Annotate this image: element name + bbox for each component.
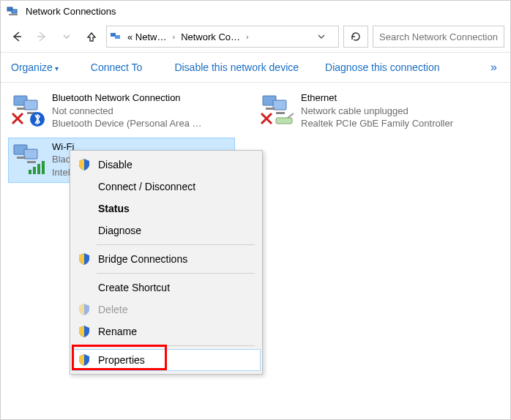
context-menu: Disable Connect / Disconnect Status Diag…	[70, 150, 263, 375]
shield-icon	[78, 159, 91, 170]
menu-item-label: Create Shortcut	[98, 282, 253, 293]
svg-rect-1	[12, 10, 17, 13]
toolbar-overflow-button[interactable]: »	[486, 61, 501, 74]
organize-button[interactable]: Organize▾	[10, 59, 60, 76]
svg-rect-5	[111, 33, 116, 37]
menu-separator	[97, 244, 255, 245]
menu-item-properties[interactable]: Properties	[72, 349, 261, 371]
connection-item-bluetooth[interactable]: Bluetooth Network Connection Not connect…	[8, 89, 235, 135]
menu-item-create-shortcut[interactable]: Create Shortcut	[72, 277, 261, 299]
svg-rect-22	[24, 149, 37, 159]
menu-item-bridge[interactable]: Bridge Connections	[72, 248, 261, 270]
content-area: Bluetooth Network Connection Not connect…	[1, 83, 510, 189]
svg-rect-8	[24, 100, 37, 110]
navbar: « Netw… › Network Co… ›	[1, 21, 510, 53]
chevron-down-icon: ▾	[55, 64, 59, 72]
menu-item-connect-disconnect[interactable]: Connect / Disconnect	[72, 176, 261, 198]
svg-rect-2	[9, 14, 18, 15]
svg-rect-24	[27, 161, 36, 163]
menu-item-label: Connect / Disconnect	[98, 181, 253, 192]
chevron-right-icon[interactable]: ›	[245, 32, 250, 41]
svg-rect-20	[276, 118, 292, 124]
svg-rect-26	[33, 167, 36, 174]
menu-item-diagnose[interactable]: Diagnose	[72, 220, 261, 241]
menu-item-label: Rename	[98, 326, 253, 337]
recent-locations-button[interactable]	[56, 26, 77, 47]
connect-to-button[interactable]: Connect To	[89, 59, 144, 76]
back-button[interactable]	[7, 26, 27, 47]
menu-item-label: Properties	[98, 354, 253, 366]
svg-rect-15	[273, 100, 286, 110]
menu-item-status[interactable]: Status	[72, 198, 261, 220]
app-icon	[7, 5, 20, 17]
shield-icon	[78, 304, 91, 315]
breadcrumb-seg-1[interactable]: « Netw…	[124, 31, 169, 42]
menu-separator	[97, 345, 255, 346]
menu-item-label: Bridge Connections	[98, 253, 253, 265]
chevron-right-icon[interactable]: ›	[171, 32, 176, 41]
disable-device-button[interactable]: Disable this network device	[173, 59, 300, 76]
svg-rect-17	[276, 112, 285, 114]
breadcrumb[interactable]: « Netw… › Network Co… ›	[106, 26, 339, 48]
svg-rect-27	[37, 164, 40, 174]
svg-rect-25	[29, 170, 31, 174]
menu-item-label: Delete	[98, 304, 253, 315]
connection-name: Bluetooth Network Connection	[52, 91, 202, 105]
connection-status: Network cable unplugged	[301, 105, 453, 118]
svg-rect-9	[17, 108, 26, 110]
connection-device: Realtek PCIe GbE Family Controller	[301, 117, 453, 130]
menu-separator	[97, 273, 255, 274]
shield-icon	[78, 326, 91, 337]
menu-item-disable[interactable]: Disable	[72, 154, 261, 176]
breadcrumb-icon	[110, 31, 123, 42]
search-input[interactable]	[373, 26, 504, 48]
up-button[interactable]	[81, 26, 102, 47]
window-title: Network Connections	[26, 6, 116, 17]
connection-status: Not connected	[52, 105, 202, 118]
menu-item-label: Diagnose	[98, 225, 253, 236]
menu-item-label: Disable	[98, 159, 253, 170]
wifi-connection-icon	[11, 140, 46, 176]
breadcrumb-dropdown-button[interactable]	[318, 33, 335, 40]
diagnose-connection-button[interactable]: Diagnose this connection	[324, 59, 441, 76]
connection-name: Ethernet	[301, 91, 453, 105]
menu-item-label: Status	[98, 203, 253, 214]
svg-rect-16	[266, 108, 275, 110]
connection-item-ethernet[interactable]: Ethernet Network cable unplugged Realtek…	[257, 89, 484, 135]
svg-rect-23	[17, 157, 26, 159]
breadcrumb-seg-2[interactable]: Network Co…	[178, 31, 243, 42]
menu-item-delete: Delete	[72, 299, 261, 320]
connection-device: Bluetooth Device (Personal Area …	[52, 117, 202, 130]
svg-rect-28	[42, 161, 45, 174]
forward-button[interactable]	[31, 26, 52, 47]
bluetooth-connection-icon	[11, 91, 46, 127]
organize-label: Organize	[11, 61, 53, 73]
ethernet-connection-icon	[260, 91, 295, 127]
menu-item-rename[interactable]: Rename	[72, 320, 261, 342]
titlebar: Network Connections	[1, 1, 510, 21]
shield-icon	[78, 354, 91, 366]
toolbar: Organize▾ Connect To Disable this networ…	[1, 53, 510, 83]
svg-rect-6	[115, 35, 120, 39]
refresh-button[interactable]	[343, 26, 368, 48]
shield-icon	[78, 253, 91, 265]
